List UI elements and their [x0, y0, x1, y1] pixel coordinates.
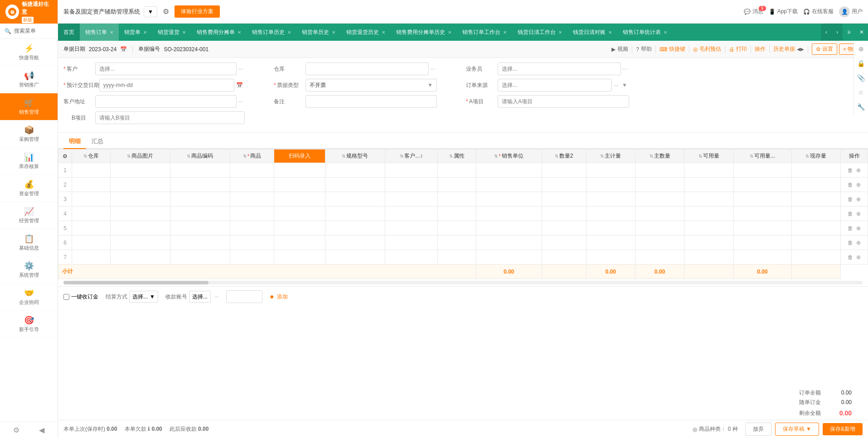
sidebar-item-quick-nav[interactable]: ⚡ 快捷导航 [0, 39, 58, 66]
tab-close-icon[interactable]: ✕ [332, 30, 335, 35]
warehouse-dots[interactable]: ··· [429, 66, 437, 72]
widget-btn-3[interactable]: 📎 [855, 72, 868, 84]
table-cell[interactable] [586, 236, 635, 250]
table-cell[interactable] [733, 192, 791, 207]
table-cell[interactable] [791, 178, 840, 192]
tab-close-icon[interactable]: ✕ [238, 30, 241, 35]
table-cell[interactable] [733, 250, 791, 265]
toolbar-video-btn[interactable]: ▶ 视频 [611, 45, 628, 53]
table-cell[interactable] [684, 207, 733, 221]
table-cell[interactable] [542, 250, 586, 265]
sidebar-item-basic-info[interactable]: 📋 基础信息 [0, 229, 58, 256]
table-cell[interactable] [437, 236, 476, 250]
table-cell[interactable] [325, 178, 385, 192]
industry-btn[interactable]: 体验行业方案 [175, 5, 220, 18]
navtabs-close-all-icon[interactable]: ✕ [855, 24, 868, 41]
row-delete-icon[interactable]: 🗑 [848, 167, 853, 173]
table-cell[interactable] [635, 207, 684, 221]
th-product[interactable]: ⇅商品 [230, 149, 274, 163]
table-cell[interactable] [586, 221, 635, 236]
table-cell[interactable] [635, 221, 684, 236]
table-cell[interactable] [476, 236, 542, 250]
th-attribute[interactable]: ⇅属性 [437, 149, 476, 163]
address-input[interactable] [95, 95, 237, 108]
row-copy-icon[interactable]: ⊕ [856, 211, 861, 217]
tab-sales-stats[interactable]: 销售订单统计表 ✕ [617, 24, 673, 41]
sidebar-item-collab[interactable]: 🤝 企业协同 [0, 284, 58, 311]
table-cell[interactable] [274, 250, 325, 265]
table-cell[interactable] [274, 163, 325, 178]
table-cell[interactable] [385, 221, 437, 236]
tab-cash-reconcile[interactable]: 钱货日清对账 ✕ [567, 24, 617, 41]
table-cell[interactable] [170, 178, 230, 192]
tab-detail[interactable]: 明细 [63, 135, 86, 149]
row-copy-icon[interactable]: ⊕ [856, 182, 861, 188]
a-project-input[interactable] [498, 95, 629, 108]
tab-close-icon[interactable]: ✕ [558, 30, 562, 35]
payment-method-select[interactable]: 选择... ▼ [129, 291, 158, 303]
table-cell[interactable] [230, 163, 274, 178]
history-arrows[interactable]: ◀▶ [797, 47, 804, 52]
table-cell[interactable] [684, 163, 733, 178]
table-cell[interactable] [325, 192, 385, 207]
topbar-gear-icon[interactable]: ⚙ [163, 7, 169, 16]
tab-sales-order[interactable]: 销售订单 ✕ [80, 24, 119, 41]
sidebar-search[interactable]: 🔍 搜索菜单 [0, 24, 58, 39]
sidebar-item-sales[interactable]: 🛒 销售管理 [0, 93, 58, 120]
table-cell[interactable] [274, 221, 325, 236]
table-cell[interactable] [791, 163, 840, 178]
table-cell[interactable] [733, 221, 791, 236]
tab-order-workbench[interactable]: 销售订单工作台 ✕ [457, 24, 512, 41]
table-cell[interactable] [635, 236, 684, 250]
online-service-btn[interactable]: 🎧 在线客服 [803, 8, 834, 15]
row-delete-icon[interactable]: 🗑 [848, 196, 853, 202]
discard-btn[interactable]: 放弃 [745, 423, 771, 436]
row-copy-icon[interactable]: ⊕ [856, 240, 861, 246]
sidebar-item-marketing[interactable]: 📢 营销推广 [0, 66, 58, 93]
customer-input[interactable] [95, 63, 237, 75]
order-source-dots[interactable]: ··· [612, 82, 620, 88]
widget-btn-1[interactable]: ⊕ [855, 43, 868, 55]
tab-sales-fee[interactable]: 销售费用分摊单 ✕ [191, 24, 247, 41]
sidebar-item-system[interactable]: ⚙️ 系统管理 [0, 256, 58, 284]
tab-fee-history[interactable]: 销售费用分摊单历史 ✕ [391, 24, 457, 41]
salesperson-input[interactable] [498, 63, 621, 75]
table-cell[interactable] [110, 250, 170, 265]
customer-dots[interactable]: ··· [237, 66, 245, 72]
th-main-qty[interactable]: ⇅主数量 [635, 149, 684, 163]
table-cell[interactable] [791, 207, 840, 221]
navtabs-list-icon[interactable]: ≡ [843, 24, 855, 41]
tab-home[interactable]: 首页 [58, 24, 80, 41]
notice-btn[interactable]: 💬 消息 9 [744, 8, 763, 15]
tab-close-icon[interactable]: ✕ [664, 30, 667, 35]
th-available2[interactable]: ⇅可用量... [733, 149, 791, 163]
table-cell[interactable] [72, 221, 111, 236]
table-cell[interactable] [476, 207, 542, 221]
user-btn[interactable]: 👤 用户 [839, 6, 863, 17]
table-cell[interactable] [110, 163, 170, 178]
table-cell[interactable] [230, 178, 274, 192]
th-spec[interactable]: ⇅规格型号 [325, 149, 385, 163]
row-delete-icon[interactable]: 🗑 [848, 240, 853, 246]
table-cell[interactable] [684, 250, 733, 265]
table-cell[interactable] [791, 221, 840, 236]
tab-close-icon[interactable]: ✕ [143, 30, 147, 35]
table-cell[interactable] [230, 250, 274, 265]
table-cell[interactable] [437, 192, 476, 207]
table-cell[interactable] [586, 192, 635, 207]
table-cell[interactable] [230, 221, 274, 236]
table-cell[interactable] [733, 236, 791, 250]
tab-close-icon[interactable]: ✕ [287, 30, 291, 35]
table-cell[interactable] [385, 178, 437, 192]
delivery-date-input[interactable] [99, 79, 234, 91]
table-cell[interactable] [437, 207, 476, 221]
tab-close-icon[interactable]: ✕ [382, 30, 385, 35]
table-cell[interactable] [72, 207, 111, 221]
table-cell[interactable] [325, 221, 385, 236]
table-cell[interactable] [110, 192, 170, 207]
table-cell[interactable] [586, 250, 635, 265]
navtabs-prev[interactable]: ‹ [821, 24, 832, 41]
table-cell[interactable] [791, 192, 840, 207]
table-cell[interactable] [733, 178, 791, 192]
table-cell[interactable] [170, 192, 230, 207]
